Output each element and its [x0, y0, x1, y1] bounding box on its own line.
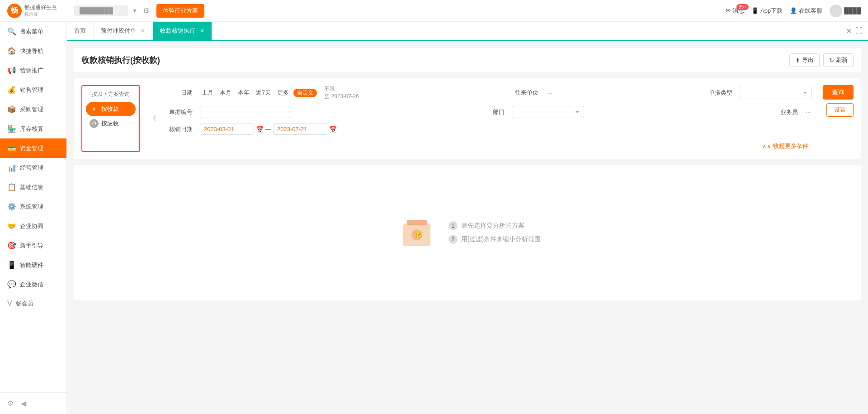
- export-icon: ⬆: [795, 57, 800, 64]
- export-button[interactable]: ⬆ 导出: [789, 53, 820, 67]
- receivable-option-label: 按应收: [101, 119, 119, 128]
- sidebar-item-inventory[interactable]: 🏪 库存核算: [0, 119, 66, 138]
- date-custom-tag[interactable]: 自定义: [293, 89, 317, 97]
- sidebar-item-vip[interactable]: V 畅会员: [0, 294, 66, 313]
- sidebar-item-sys-mgmt[interactable]: ⚙️ 系统管理: [0, 197, 66, 216]
- logo-icon: 畅: [7, 4, 22, 18]
- sidebar-icon-sys-mgmt: ⚙️: [7, 202, 16, 211]
- sidebar-icon-inventory: 🏪: [7, 124, 16, 133]
- sidebar-label-sales-mgmt: 销售管理: [20, 86, 43, 94]
- date-to-text: 至 2023-07-26: [324, 93, 359, 100]
- sidebar-label-marketing: 营销推广: [20, 67, 43, 75]
- date-nolimit-text: 不限: [324, 85, 359, 93]
- sidebar-icon-purchase-mgmt: 📦: [7, 105, 16, 114]
- message-button[interactable]: ✉ 消息 99+: [726, 7, 744, 15]
- user-area[interactable]: ████: [830, 5, 861, 17]
- filter-collapse-button[interactable]: 《: [146, 85, 160, 152]
- sidebar-item-marketing[interactable]: 📢 营销推广: [0, 61, 66, 80]
- sidebar-label-search-menu: 搜索菜单: [20, 28, 43, 36]
- date-group: 上月 本月 本年 近7天 更多 自定义: [200, 88, 317, 98]
- filter-row-2: 单据编号 部门 业务员 ···: [165, 106, 812, 118]
- date-last-month[interactable]: 上月: [200, 88, 215, 98]
- doc-no-input[interactable]: [200, 106, 290, 118]
- salesperson-dots[interactable]: ···: [805, 107, 812, 117]
- avatar: [830, 5, 842, 17]
- dept-select[interactable]: [512, 106, 584, 118]
- sidebar-label-beginner-guide: 新手引导: [20, 242, 43, 250]
- sidebar-item-purchase-mgmt[interactable]: 📦 采购管理: [0, 100, 66, 119]
- tab-home[interactable]: 首页: [67, 21, 94, 40]
- sidebar-label-biz-mgmt: 经营管理: [20, 164, 43, 172]
- sidebar-item-sales-mgmt[interactable]: 💰 销售管理: [0, 80, 66, 100]
- tab-prepay-offset[interactable]: 预付冲应付单 ✕: [94, 21, 153, 40]
- home-tab-label: 首页: [74, 27, 86, 35]
- partner-dots[interactable]: ···: [546, 88, 552, 98]
- sidebar-item-enterprise-wechat[interactable]: 💬 企业微信: [0, 275, 66, 294]
- page-area: 收款核销执行(按收款) ⬆ 导出 ↻ 刷新 按以下方案查询 ¥ 按收款: [67, 41, 868, 414]
- gear-icon[interactable]: ⚙: [143, 6, 149, 15]
- filter-form: 日期 上月 本月 本年 近7天 更多 自定义 不限 至 2023-07-26: [165, 85, 812, 152]
- date-label: 日期: [165, 89, 193, 97]
- date-nolimit-group: 不限 至 2023-07-26: [324, 85, 359, 100]
- chevron-down-icon[interactable]: ▼: [132, 8, 137, 14]
- collapse-more-button[interactable]: ∧∧ 收起更多条件: [165, 140, 812, 152]
- query-button[interactable]: 查询: [823, 85, 854, 100]
- sidebar-label-enterprise-collab: 企业协同: [20, 222, 43, 230]
- app-download-button[interactable]: 📱 App下载: [751, 7, 783, 15]
- receivable-option-icon: ⏱: [90, 119, 99, 128]
- salesperson-label: 业务员: [771, 108, 798, 116]
- app-download-label: App下载: [760, 7, 783, 15]
- refresh-label: 刷新: [836, 56, 848, 64]
- offset-date-end-input[interactable]: [273, 124, 327, 135]
- doc-type-select[interactable]: [740, 87, 812, 99]
- message-icon: ✉: [726, 7, 731, 14]
- partner-label: 往来单位: [511, 89, 538, 97]
- refresh-icon: ↻: [829, 57, 834, 64]
- sidebar-icon-enterprise-wechat: 💬: [7, 280, 16, 289]
- refresh-button[interactable]: ↻ 刷新: [823, 53, 854, 67]
- company-name[interactable]: ████████: [74, 5, 128, 16]
- sidebar-icon-search-menu: 🔍: [7, 27, 16, 36]
- date-this-year[interactable]: 本年: [236, 88, 251, 98]
- receipt-option-icon: ¥: [90, 105, 99, 114]
- close-tab-icon[interactable]: ✕: [846, 27, 852, 35]
- sidebar-label-basic-info: 基础信息: [20, 183, 43, 191]
- tab-receipt-close-icon[interactable]: ✕: [200, 28, 204, 34]
- calendar-end-icon[interactable]: 📅: [329, 126, 337, 133]
- online-service-label: 在线客服: [799, 7, 822, 15]
- page-header: 收款核销执行(按收款) ⬆ 导出 ↻ 刷新: [74, 48, 861, 72]
- sidebar-item-search-menu[interactable]: 🔍 搜索菜单: [0, 22, 66, 41]
- receipt-option-label: 按收款: [101, 105, 119, 113]
- settings-button[interactable]: 设置: [826, 103, 854, 117]
- empty-tip-2: 2 用[过滤]条件来缩小分析范围: [448, 235, 541, 244]
- filter-by-receivable[interactable]: ⏱ 按应收: [86, 116, 136, 131]
- calendar-start-icon[interactable]: 📅: [256, 126, 264, 133]
- sidebar-icon-enterprise-collab: 🤝: [7, 222, 16, 230]
- date-more[interactable]: 更多: [275, 88, 291, 98]
- filter-by-receipt[interactable]: ¥ 按收款: [86, 102, 136, 116]
- page-actions: ⬆ 导出 ↻ 刷新: [789, 53, 854, 67]
- offset-date-start-input[interactable]: [200, 124, 254, 135]
- empty-state: 😕 1 请先选择要分析的方案 2 用[过滤]条件来缩小分析范围: [74, 165, 861, 300]
- sidebar-item-fund-mgmt[interactable]: 💳 资金管理: [0, 138, 66, 158]
- sidebar-item-basic-info[interactable]: 📋 基础信息: [0, 177, 66, 197]
- date-this-month[interactable]: 本月: [218, 88, 233, 98]
- collapse-icon[interactable]: ◀: [21, 399, 26, 408]
- sidebar-item-biz-mgmt[interactable]: 📊 经营管理: [0, 158, 66, 177]
- filter-container: 按以下方案查询 ¥ 按收款 ⏱ 按应收 《 日期: [74, 78, 861, 159]
- app-icon: 📱: [751, 7, 759, 14]
- sidebar-item-beginner-guide[interactable]: 🎯 新手引导: [0, 236, 66, 255]
- message-badge: 99+: [736, 4, 749, 10]
- expand-tab-icon[interactable]: ⛶: [855, 27, 863, 35]
- sidebar-item-enterprise-collab[interactable]: 🤝 企业协同: [0, 216, 66, 236]
- sidebar-item-quick-nav[interactable]: 🏠 快捷导航: [0, 41, 66, 61]
- tab-receipt-offset[interactable]: 收款核销执行 ✕: [153, 21, 212, 40]
- online-service-button[interactable]: 👤 在线客服: [790, 7, 822, 15]
- sidebar-label-inventory: 库存核算: [20, 125, 43, 133]
- date-7days[interactable]: 近7天: [254, 88, 273, 98]
- industry-button[interactable]: 体验行业方案: [156, 4, 204, 18]
- sidebar-label-vip: 畅会员: [16, 300, 33, 308]
- tab-prepay-close-icon[interactable]: ✕: [141, 28, 145, 34]
- settings-bottom-icon[interactable]: ⚙: [7, 399, 14, 408]
- sidebar-item-smart-hw[interactable]: 📱 智能硬件: [0, 255, 66, 275]
